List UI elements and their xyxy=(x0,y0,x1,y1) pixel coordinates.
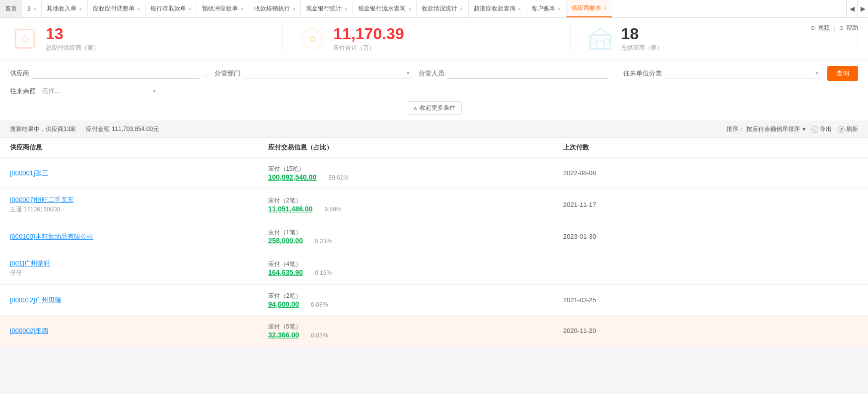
pay-amount-0[interactable]: 100,092,540.00 xyxy=(268,173,316,181)
sort-prefix: 排序： xyxy=(726,126,744,132)
nav-tab-overdue-recv[interactable]: 超期应收款查询× xyxy=(469,0,526,17)
filter-balance: 往来余额 选择... ▾ xyxy=(10,85,159,97)
pay-amount-4[interactable]: 94,600.00 xyxy=(268,300,299,308)
store-icon xyxy=(585,24,615,54)
result-bar: 搜索结果中，供应商13家 应付金额 111,703,854.00元 排序： 按应… xyxy=(0,121,868,138)
pay-percent-4: 0.08% xyxy=(311,301,328,308)
nav-next-arrow[interactable]: ▶ xyxy=(857,0,868,17)
result-count: 搜索结果中，供应商13家 xyxy=(10,125,76,133)
balance-dropdown[interactable]: 选择... ▾ xyxy=(39,85,159,97)
category-label: 往来单位分类 xyxy=(623,69,662,78)
sort-label: 排序： 按应付余额倒序排序 ▾ xyxy=(726,125,805,133)
dept-dropdown[interactable]: ▾ xyxy=(243,68,413,78)
pay-info-2: 应付（1笔）258,000.000.23% xyxy=(268,228,563,245)
refresh-label: 刷新 xyxy=(846,125,858,133)
pay-amount-1[interactable]: 11,051,486.00 xyxy=(268,205,313,213)
supplier-sub-1: 王通 17106110000 xyxy=(10,205,268,214)
tab-close-bank-deposit[interactable]: × xyxy=(189,6,192,12)
nav-tab-tab3[interactable]: 3× xyxy=(22,0,42,17)
supplier-link-0[interactable]: [000001]张三 xyxy=(10,169,48,177)
supplier-link-1[interactable]: [000007]恒旺二手叉车 xyxy=(10,196,74,203)
tab-close-cash-flow[interactable]: × xyxy=(408,6,411,12)
pay-label-2: 应付（1笔） xyxy=(268,228,563,237)
pay-info-4: 应付（2笔）94,600.000.08% xyxy=(268,292,563,308)
table-row: [000007]恒旺二手叉车王通 17106110000应付（2笔）11,051… xyxy=(0,189,868,221)
table-row: [000002]李四应付（5笔）32,366.000.03%2020-11-20 xyxy=(0,316,868,346)
filter-category: 往来单位分类 ▾ xyxy=(623,68,822,78)
nav-tab-ar-ap-adj[interactable]: 应收应付调整单× xyxy=(88,0,145,17)
collapse-label: 收起更多条件 xyxy=(420,104,455,112)
nav-tab-recv-verify[interactable]: 收款核销执行× xyxy=(249,0,301,17)
help-link[interactable]: ⊙ 帮助 xyxy=(839,24,858,32)
supplier-link-2[interactable]: [000100]本特勤油品有限公司 xyxy=(10,233,93,240)
tab-close-ar-ap-adj[interactable]: × xyxy=(137,6,140,12)
pay-info-0: 应付（15笔）100,092,540.0089.61% xyxy=(268,165,563,181)
tab-close-other-income[interactable]: × xyxy=(79,6,82,12)
filter-row-1: 供应商 ... 分管部门 ▾ 分管人员 ... 往来单位分类 ▾ 查询 xyxy=(10,66,858,81)
refresh-action[interactable]: ↺ 刷新 xyxy=(838,125,858,133)
filter-row-2: 往来余额 选择... ▾ xyxy=(10,85,858,97)
pay-amount-3[interactable]: 164,635.90 xyxy=(268,268,303,276)
query-button[interactable]: 查询 xyxy=(827,66,858,81)
col-header-pay-info: 应付交易信息（占比） xyxy=(268,143,563,152)
nav-tab-pre-recv[interactable]: 预收冲应收单× xyxy=(197,0,249,17)
refresh-icon: ↺ xyxy=(838,126,845,133)
svg-rect-7 xyxy=(604,39,609,43)
collapse-button[interactable]: ∧ 收起更多条件 xyxy=(407,101,462,115)
balance-placeholder: 选择... xyxy=(42,86,153,95)
nav-tab-supplier-book[interactable]: 供应商账本× xyxy=(567,0,612,17)
stat-label-total-payable: 应付合计（万） xyxy=(333,44,404,52)
supplier-link-4[interactable]: [000012]广州贝瑞 xyxy=(10,296,61,304)
tab-close-customer-book[interactable]: × xyxy=(558,6,561,12)
dept-label: 分管部门 xyxy=(215,69,240,78)
table-row: [000012]广州贝瑞应付（2笔）94,600.000.08%2021-03-… xyxy=(0,285,868,316)
data-table: 供应商信息 应付交易信息（占比） 上次付数 [000001]张三应付（15笔）1… xyxy=(0,138,868,346)
dept-dropdown-arrow: ▾ xyxy=(407,70,410,76)
supplier-link-3[interactable]: [001]广州荣轩 xyxy=(10,260,50,267)
supplier-info-0: [000001]张三 xyxy=(10,169,268,178)
pay-info-5: 应付（5笔）32,366.000.03% xyxy=(268,323,563,339)
table-row: [000100]本特勤油品有限公司应付（1笔）258,000.000.23%20… xyxy=(0,221,868,252)
supplier-dots[interactable]: ... xyxy=(204,70,208,76)
top-navigation: 首页3×其他收入单×应收应付调整单×银行存取款单×预收冲应收单×收款核销执行×现… xyxy=(0,0,868,18)
last-pay-4: 2021-03-25 xyxy=(563,296,858,304)
nav-prev-arrow[interactable]: ◀ xyxy=(846,0,857,17)
pay-amount-5[interactable]: 32,366.00 xyxy=(268,331,299,339)
pay-amount-2[interactable]: 258,000.00 xyxy=(268,237,303,245)
col-header-last-pay: 上次付数 xyxy=(563,143,858,152)
pay-percent-1: 9.89% xyxy=(325,206,342,213)
stat-label-payable: 总应付供应商（家） xyxy=(46,44,99,52)
supplier-input[interactable] xyxy=(32,68,200,79)
supplier-sub-3: 仔仔 xyxy=(10,269,268,277)
result-actions: 排序： 按应付余额倒序排序 ▾ ↓ 导出 ↺ 刷新 xyxy=(726,125,858,133)
banner-actions: ⊙ 视频 | ⊙ 帮助 xyxy=(810,24,858,32)
last-pay-2: 2023-01-30 xyxy=(563,233,858,240)
nav-tab-customer-book[interactable]: 客户账本× xyxy=(526,0,566,17)
nav-tab-recv-stat[interactable]: 收款情况统计× xyxy=(417,0,468,17)
nav-tab-home[interactable]: 首页 xyxy=(0,0,22,17)
nav-tab-cash-flow[interactable]: 现金银行流水查询× xyxy=(353,0,417,17)
nav-tab-cash-stat[interactable]: 现金银行统计× xyxy=(301,0,353,17)
table-body: [000001]张三应付（15笔）100,092,540.0089.61%202… xyxy=(0,158,868,346)
tab-close-recv-verify[interactable]: × xyxy=(292,6,295,12)
person-dots[interactable]: ... xyxy=(612,70,617,76)
filter-dept: 分管部门 ▾ xyxy=(215,68,413,78)
category-dropdown[interactable]: ▾ xyxy=(665,68,822,78)
person-label: 分管人员 xyxy=(419,69,444,78)
tab-close-cash-stat[interactable]: × xyxy=(344,6,347,12)
nav-tab-other-income[interactable]: 其他收入单× xyxy=(42,0,87,17)
tab-close-recv-stat[interactable]: × xyxy=(460,6,463,12)
supplier-info-4: [000012]广州贝瑞 xyxy=(10,296,268,305)
nav-tab-bank-deposit[interactable]: 银行存取款单× xyxy=(145,0,197,17)
tab-close-pre-recv[interactable]: × xyxy=(240,6,243,12)
tab-close-supplier-book[interactable]: × xyxy=(604,5,607,11)
stat-block-total-payable: ✿ 11,170.39 应付合计（万） xyxy=(283,24,570,54)
person-input[interactable] xyxy=(447,68,608,79)
tab-close-tab3[interactable]: × xyxy=(33,6,36,12)
tab-close-overdue-recv[interactable]: × xyxy=(518,6,521,12)
export-action[interactable]: ↓ 导出 xyxy=(811,125,832,133)
supplier-link-5[interactable]: [000002]李四 xyxy=(10,327,48,334)
video-link[interactable]: ⊙ 视频 xyxy=(810,24,829,32)
result-info: 搜索结果中，供应商13家 应付金额 111,703,854.00元 xyxy=(10,125,159,133)
sort-value[interactable]: 按应付余额倒序排序 xyxy=(746,126,800,132)
